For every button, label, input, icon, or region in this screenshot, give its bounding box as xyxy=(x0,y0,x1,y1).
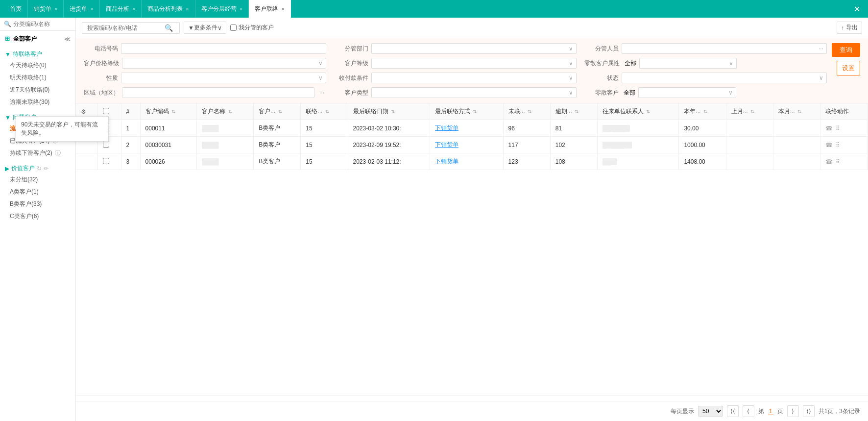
filter-icon: ▼ xyxy=(188,25,194,31)
col-type[interactable]: 客户... ⇅ xyxy=(254,103,301,120)
tab-sales[interactable]: 销货单 × xyxy=(28,0,64,18)
horizontal-scrollbar[interactable] xyxy=(76,395,868,401)
row-not-contacted: 96 xyxy=(503,120,550,137)
tab-home[interactable]: 首页 xyxy=(4,0,28,18)
close-analysis-tab[interactable]: × xyxy=(132,6,135,12)
row-checkbox[interactable] xyxy=(103,158,109,164)
phone-input[interactable] xyxy=(121,43,326,54)
sidebar-group-value[interactable]: ▶ 价值客户 ↻ ✏ xyxy=(0,161,75,173)
payment-select[interactable]: ∨ xyxy=(371,73,577,83)
row-last-contact-method[interactable]: 下销货单 xyxy=(430,153,504,170)
zero-retail-select[interactable]: ∨ xyxy=(638,87,736,98)
last-page-button[interactable]: ⟩⟩ xyxy=(803,405,815,417)
col-overdue[interactable]: 逾期... ⇅ xyxy=(550,103,597,120)
row-checkbox[interactable] xyxy=(103,141,109,148)
sort-icon-year: ⇅ xyxy=(703,109,707,114)
tab-analysis[interactable]: 商品分析 × xyxy=(100,0,142,18)
region-input[interactable] xyxy=(122,87,314,98)
sidebar-collapse-icon[interactable]: ≪ xyxy=(64,36,71,43)
per-page-select[interactable]: 50 20 100 xyxy=(698,406,723,417)
sort-icon-contact: ⇅ xyxy=(325,109,329,114)
col-name[interactable]: 客户名称 ⇅ xyxy=(197,103,254,120)
settings-button[interactable]: 设置 xyxy=(837,61,860,75)
col-not-contacted[interactable]: 未联... ⇅ xyxy=(503,103,550,120)
customer-type-select[interactable]: ∨ xyxy=(371,87,577,98)
col-unit-contact[interactable]: 往来单位联系人 ⇅ xyxy=(597,103,678,120)
row-contact: 15 xyxy=(301,120,348,137)
zero-retail-attr-select[interactable]: ∨ xyxy=(639,58,737,69)
query-button[interactable]: 查询 xyxy=(832,43,860,57)
row-contact: 15 xyxy=(301,153,348,170)
tab-customer-contact[interactable]: 客户联络 × xyxy=(249,0,290,18)
sidebar-group-pending[interactable]: ▼ 待联络客户 xyxy=(0,47,75,59)
next-page-button[interactable]: ⟩ xyxy=(787,405,799,417)
row-not-contacted: 123 xyxy=(503,153,550,170)
row-checkbox-cell[interactable] xyxy=(97,153,121,170)
close-customer-contact-tab[interactable]: × xyxy=(281,6,284,12)
sort-icon-not-contacted: ⇅ xyxy=(528,109,531,114)
row-last-contact-method[interactable]: 下销货单 xyxy=(430,137,504,153)
more-icon[interactable]: ⠿ xyxy=(836,125,840,132)
contact-icon[interactable]: ☎ xyxy=(825,125,833,132)
col-last-method[interactable]: 最后联络方式 ⇅ xyxy=(430,103,504,120)
col-code[interactable]: 客户编码 ⇅ xyxy=(140,103,197,120)
customer-tier-select[interactable]: ∨ xyxy=(371,58,577,69)
status-select[interactable]: ∨ xyxy=(622,73,827,83)
col-this-month[interactable]: 本月... ⇅ xyxy=(773,103,820,120)
row-action[interactable]: ☎ ⠿ xyxy=(820,153,868,170)
refresh-icon[interactable]: ↻ xyxy=(37,165,42,172)
row-overdue: 81 xyxy=(550,120,597,137)
tab-customer-tier[interactable]: 客户分层经营 × xyxy=(195,0,249,18)
sidebar-item-tomorrow[interactable]: 明天待联络(1) xyxy=(0,72,75,84)
col-this-year[interactable]: 本年... ⇅ xyxy=(679,103,726,120)
region-ellipsis[interactable]: ··· xyxy=(317,89,326,96)
more-icon[interactable]: ⠿ xyxy=(836,142,840,149)
sidebar-item-today[interactable]: 今天待联络(0) xyxy=(0,59,75,72)
close-sales-tab[interactable]: × xyxy=(54,6,57,12)
sidebar-item-b-class[interactable]: B类客户(33) xyxy=(0,198,75,210)
nature-select[interactable]: ∨ xyxy=(121,73,326,83)
sidebar-search-input[interactable] xyxy=(13,21,76,27)
filter-search-input[interactable] xyxy=(86,24,165,32)
close-customer-tier-tab[interactable]: × xyxy=(240,6,242,12)
col-last-month[interactable]: 上月... ⇅ xyxy=(726,103,773,120)
select-all-checkbox[interactable] xyxy=(103,108,109,114)
window-close-button[interactable]: ✕ xyxy=(850,4,864,14)
edit-icon[interactable]: ✏ xyxy=(44,165,48,172)
first-page-button[interactable]: ⟨⟨ xyxy=(727,405,739,417)
more-icon[interactable]: ⠿ xyxy=(836,158,840,165)
more-conditions-button[interactable]: ▼ 更多条件 ∨ xyxy=(184,22,226,34)
prev-page-button[interactable]: ⟨ xyxy=(743,405,754,417)
sidebar-item-ungrouped[interactable]: 未分组(32) xyxy=(0,173,75,186)
row-last-contact-method[interactable]: 下销货单 xyxy=(430,120,504,137)
row-action[interactable]: ☎ ⠿ xyxy=(820,120,868,137)
tab-purchase[interactable]: 进货单 × xyxy=(64,0,99,18)
row-type: B类客户 xyxy=(254,153,301,170)
sidebar-item-c-class[interactable]: C类客户(6) xyxy=(0,210,75,223)
col-last-date[interactable]: 最后联络日期 ⇅ xyxy=(348,103,430,120)
sidebar-item-overdue[interactable]: 逾期未联络(30) xyxy=(0,96,75,108)
close-analysis-list-tab[interactable]: × xyxy=(186,6,189,12)
sort-icon-code: ⇅ xyxy=(171,109,175,114)
dept-select[interactable]: ∨ xyxy=(371,43,577,54)
row-type: B类客户 xyxy=(254,120,301,137)
filter-search-button[interactable]: 🔍 xyxy=(165,24,173,32)
row-code: 000026 xyxy=(140,153,197,170)
sidebar-item-a-class[interactable]: A类客户(1) xyxy=(0,186,75,198)
tab-analysis-list[interactable]: 商品分析列表 × xyxy=(142,0,195,18)
export-button[interactable]: ↑ 导出 xyxy=(837,22,862,34)
sidebar-all-customers[interactable]: ⊞ 全部客户 ≪ xyxy=(0,31,75,47)
sidebar-item-7days[interactable]: 近7天待联络(0) xyxy=(0,84,75,96)
my-customers-checkbox[interactable] xyxy=(230,25,237,31)
row-action[interactable]: ☎ ⠿ xyxy=(820,137,868,153)
contact-icon[interactable]: ☎ xyxy=(825,142,833,149)
sidebar-item-declining[interactable]: 持续下滑客户(2) ⓘ xyxy=(0,147,75,159)
contact-icon[interactable]: ☎ xyxy=(825,158,833,165)
col-contact[interactable]: 联络... ⇅ xyxy=(301,103,348,120)
row-last-month xyxy=(726,137,773,153)
row-last-month xyxy=(726,153,773,170)
info-icon-2: ⓘ xyxy=(55,149,61,156)
price-tier-select[interactable]: ∨ xyxy=(122,58,326,69)
close-purchase-tab[interactable]: × xyxy=(90,6,93,12)
person-select[interactable]: ··· xyxy=(622,43,827,54)
